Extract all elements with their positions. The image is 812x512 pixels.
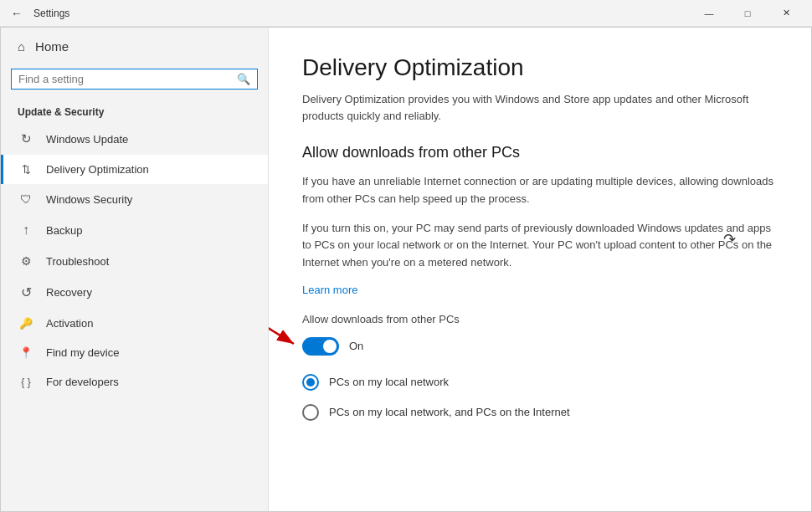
minimize-button[interactable]: — — [690, 0, 728, 27]
main-window: ⌂ Home 🔍 Update & Security ↻ Windows Upd… — [0, 27, 812, 512]
page-title: Delivery Optimization — [302, 54, 778, 81]
delivery-optimization-icon: ⇅ — [18, 163, 34, 176]
sidebar-item-windows-update[interactable]: ↻ Windows Update — [1, 123, 268, 155]
sidebar-item-label: Windows Security — [46, 193, 132, 206]
radio-outer-local — [302, 374, 319, 391]
toggle-label: On — [349, 340, 363, 352]
toggle-section-label: Allow downloads from other PCs — [302, 313, 778, 325]
sidebar-item-label: Troubleshoot — [46, 255, 109, 268]
titlebar-title: Settings — [33, 8, 690, 19]
toggle-track[interactable] — [302, 337, 339, 356]
sidebar-item-recovery[interactable]: ↺ Recovery — [1, 276, 268, 309]
content-wrapper: Delivery Optimization Delivery Optimizat… — [302, 54, 778, 421]
sidebar-item-label: Backup — [46, 224, 82, 237]
radio-label-local: PCs on my local network — [329, 376, 449, 388]
svg-line-1 — [269, 287, 294, 344]
sidebar-item-home[interactable]: ⌂ Home — [1, 28, 268, 65]
search-input[interactable] — [18, 73, 232, 85]
sidebar-section-title: Update & Security — [1, 100, 268, 123]
troubleshoot-icon: ⚙ — [18, 254, 34, 268]
backup-icon: ↑ — [18, 223, 34, 238]
sidebar-item-troubleshoot[interactable]: ⚙ Troubleshoot — [1, 246, 268, 276]
sidebar-item-label: For developers — [46, 376, 119, 388]
home-icon: ⌂ — [18, 39, 25, 54]
sidebar-item-find-device[interactable]: 📍 Find my device — [1, 338, 268, 367]
windows-security-icon: 🛡 — [18, 192, 34, 206]
sidebar: ⌂ Home 🔍 Update & Security ↻ Windows Upd… — [1, 28, 269, 511]
titlebar-controls: — □ ✕ — [690, 0, 805, 27]
sidebar-item-label: Delivery Optimization — [46, 163, 149, 176]
content-area: Delivery Optimization Delivery Optimizat… — [269, 28, 811, 511]
activation-icon: 🔑 — [18, 317, 34, 330]
body-text-2: If you turn this on, your PC may send pa… — [302, 220, 778, 272]
recovery-icon: ↺ — [18, 284, 34, 300]
downloads-toggle[interactable] — [302, 337, 339, 356]
toggle-thumb — [323, 340, 337, 353]
sidebar-home-label: Home — [35, 39, 69, 54]
learn-more-link[interactable]: Learn more — [302, 284, 778, 296]
titlebar: ← Settings — □ ✕ — [0, 0, 812, 27]
back-button[interactable]: ← — [7, 3, 27, 23]
content-description: Delivery Optimization provides you with … — [302, 91, 778, 124]
sidebar-item-backup[interactable]: ↑ Backup — [1, 214, 268, 246]
sidebar-item-activation[interactable]: 🔑 Activation — [1, 309, 268, 338]
find-device-icon: 📍 — [18, 346, 34, 359]
sidebar-item-label: Windows Update — [46, 133, 128, 146]
maximize-button[interactable]: □ — [728, 0, 767, 27]
for-developers-icon: { } — [18, 376, 34, 388]
radio-local-network[interactable]: PCs on my local network — [302, 374, 778, 391]
sidebar-item-label: Recovery — [46, 286, 92, 299]
radio-outer-internet — [302, 404, 319, 421]
sidebar-item-label: Find my device — [46, 346, 119, 359]
toggle-row: On — [302, 337, 778, 356]
windows-update-icon: ↻ — [18, 131, 34, 146]
radio-inner-local — [306, 378, 315, 387]
sidebar-item-label: Activation — [46, 317, 93, 330]
sidebar-item-delivery-optimization[interactable]: ⇅ Delivery Optimization — [1, 155, 268, 184]
close-button[interactable]: ✕ — [767, 0, 805, 27]
sidebar-item-windows-security[interactable]: 🛡 Windows Security — [1, 184, 268, 214]
search-icon: 🔍 — [237, 73, 250, 85]
radio-local-and-internet[interactable]: PCs on my local network, and PCs on the … — [302, 404, 778, 421]
search-box: 🔍 — [11, 69, 258, 90]
allow-downloads-heading: Allow downloads from other PCs — [302, 144, 778, 161]
sidebar-item-for-developers[interactable]: { } For developers — [1, 367, 268, 397]
body-text-1: If you have an unreliable Internet conne… — [302, 173, 778, 208]
radio-label-internet: PCs on my local network, and PCs on the … — [329, 406, 570, 418]
